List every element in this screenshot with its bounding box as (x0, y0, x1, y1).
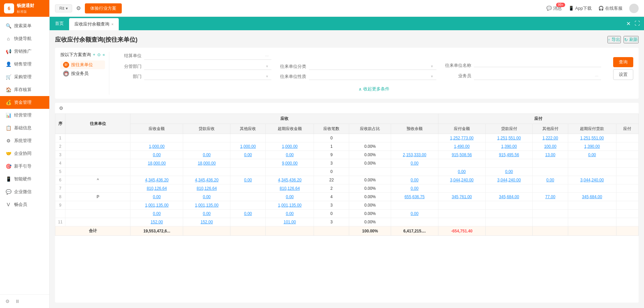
sidebar-item-cooperation[interactable]: 🤝企业协同 (0, 147, 49, 160)
dept-input[interactable]: ▼ (144, 73, 271, 80)
sidebar-item-inventory[interactable]: 🏠库存核算 (0, 83, 49, 96)
cell-recv_amount[interactable]: 18,000.00 (130, 159, 183, 168)
cell-pay_amount[interactable]: 0.00 (438, 168, 485, 176)
sidebar-item-system[interactable]: ⚙系统管理 (0, 134, 49, 147)
cell-prepay_balance[interactable]: 0.00 (391, 176, 438, 184)
cell-overdue_recv[interactable]: 0.00 (266, 193, 314, 201)
sidebar-item-member[interactable]: V畅会员 (0, 198, 49, 211)
cell-other_pay[interactable]: 13.00 (533, 151, 568, 159)
cell-prepay_balance[interactable]: 0.00 (391, 210, 438, 218)
cell-other_pay[interactable]: 0.00 (533, 176, 568, 184)
scheme-by-unit[interactable]: 财 按往来单位 (60, 60, 105, 69)
maximize-icon[interactable]: ⛶ (635, 20, 640, 27)
cell-other_recv[interactable]: 0.00 (230, 210, 266, 218)
cell-recv_amount[interactable]: 152.00 (130, 218, 183, 226)
unit-name-input[interactable] (474, 64, 601, 67)
cell-loan_recv[interactable]: 0.00 (183, 210, 230, 218)
cell-pay_amount[interactable]: 915,508.56 (438, 151, 485, 159)
cell-pay_amount[interactable]: 1,490.00 (438, 142, 485, 151)
cell-overdue_recv[interactable]: 0.00 (266, 151, 314, 159)
table-column-settings-icon[interactable]: ⚙ (59, 105, 63, 111)
message-btn[interactable]: 💬 消息 99+ (546, 5, 562, 11)
cell-pay_amount[interactable]: 3,044,240.00 (438, 176, 485, 184)
settings-icon[interactable]: ⚙ (5, 299, 10, 304)
cell-recv_amount[interactable]: 0.00 (130, 151, 183, 159)
cell-other_pay[interactable]: 100.00 (533, 142, 568, 151)
cell-prepay_balance[interactable]: 2,153,333.00 (391, 151, 438, 159)
settlement-unit-input[interactable]: ··· (144, 52, 271, 60)
settings-btn[interactable]: 设置 (613, 69, 633, 80)
sidebar-item-operation[interactable]: 📊经营管理 (0, 109, 49, 122)
trial-btn[interactable]: 体验行业方案 (85, 3, 122, 13)
sidebar-item-wechat[interactable]: 💬企业微信 (0, 185, 49, 198)
cell-loan_recv[interactable]: 4,345,436.20 (183, 176, 230, 184)
cell-recv_amount[interactable]: 810,126.64 (130, 184, 183, 193)
filter-settings-icon[interactable]: ⊙ (97, 52, 101, 57)
cell-overdue_pay[interactable]: 3,044,240.00 (568, 176, 616, 184)
cell-overdue_pay[interactable]: 0.00 (568, 151, 616, 159)
cell-overdue_pay[interactable]: 1,251,551.00 (568, 134, 616, 142)
sidebar-item-purchase[interactable]: 🛒采购管理 (0, 71, 49, 83)
cell-loan_recv[interactable]: 0.00 (183, 151, 230, 159)
sidebar-item-finance[interactable]: 💰资金管理 (0, 96, 49, 109)
cell-recv_amount[interactable]: 4,345,436.20 (130, 176, 183, 184)
cell-loan_pay[interactable]: 0.00 (485, 168, 533, 176)
cell-loan_recv[interactable]: 0.00 (183, 193, 230, 201)
cell-recv_amount[interactable]: 0.00 (130, 193, 183, 201)
cell-loan_recv[interactable]: 152.00 (183, 218, 230, 226)
collapse-icon[interactable]: ⏸ (15, 299, 20, 304)
cell-recv_amount[interactable]: 0.00 (130, 210, 183, 218)
cell-overdue_pay[interactable]: 1,390.00 (568, 142, 616, 151)
cell-prepay_balance[interactable]: 655,636.75 (391, 193, 438, 201)
online-service-btn[interactable]: 🎧 在线客服 (598, 5, 623, 11)
domain-selector[interactable]: Rit ▾ (55, 4, 72, 12)
cell-recv_amount[interactable]: 1,001,135.00 (130, 201, 183, 210)
cell-overdue_pay[interactable]: 345,684.00 (568, 193, 616, 201)
cell-loan_recv[interactable]: 18,000.00 (183, 159, 230, 168)
salesperson-input[interactable]: ··· (474, 72, 601, 80)
cell-loan_recv[interactable]: 1,001,135.00 (183, 201, 230, 210)
cell-loan_pay[interactable]: 3,044,240.00 (485, 176, 533, 184)
sidebar-item-marketing[interactable]: 📢营销推广 (0, 45, 49, 58)
sidebar-item-guide[interactable]: 🎯新手引导 (0, 160, 49, 173)
cell-prepay_balance[interactable]: 0.00 (391, 159, 438, 168)
refresh-btn[interactable]: ↻ 刷新 (624, 36, 639, 43)
cell-loan_pay[interactable]: 345,684.00 (485, 193, 533, 201)
sidebar-item-hardware[interactable]: 📱智能硬件 (0, 173, 49, 185)
app-download-btn[interactable]: 📱 App下载 (569, 5, 592, 11)
scheme-by-staff[interactable]: ⏰ 按业务员 (60, 69, 105, 78)
tab-active[interactable]: 应收应付余额查询 × (69, 18, 119, 30)
sidebar-item-search[interactable]: 🔍搜索菜单 (0, 19, 49, 32)
cell-other_pay[interactable]: 77.00 (533, 193, 568, 201)
sidebar-item-basic[interactable]: 📋基础信息 (0, 122, 49, 134)
add-filter-icon[interactable]: + (93, 52, 95, 57)
collapse-more-btn[interactable]: ∧ 收起更多条件 (115, 83, 633, 95)
cell-loan_pay[interactable]: 1,390.00 (485, 142, 533, 151)
collapse-filter-icon[interactable]: « (103, 52, 105, 57)
export-btn[interactable]: ↑ 导出 (607, 36, 621, 43)
cell-overdue_recv[interactable]: 1,000.00 (266, 142, 314, 151)
cell-pay_amount[interactable]: 1,252,773.00 (438, 134, 485, 142)
unit-category-input[interactable]: ▼ (309, 63, 436, 70)
cell-loan_pay[interactable]: 915,495.56 (485, 151, 533, 159)
cell-overdue_recv[interactable]: 9,000.00 (266, 159, 314, 168)
cell-overdue_recv[interactable]: 1,001,135.00 (266, 201, 314, 210)
cell-loan_recv[interactable]: 810,126.64 (183, 184, 230, 193)
cell-loan_pay[interactable]: 1,251,551.00 (485, 134, 533, 142)
cell-other_recv[interactable]: 0.00 (230, 151, 266, 159)
branch-dept-input[interactable]: ▼ (144, 63, 271, 70)
footer-recv-amount[interactable]: 19,553,472,6... (130, 226, 183, 236)
avatar[interactable] (629, 4, 639, 13)
sidebar-item-sales[interactable]: 👤销售管理 (0, 58, 49, 71)
cell-pay_amount[interactable]: 345,761.00 (438, 193, 485, 201)
topbar-settings-icon[interactable]: ⚙ (76, 5, 81, 11)
cell-overdue_recv[interactable]: 0.00 (266, 210, 314, 218)
unit-nature-input[interactable]: ▼ (309, 73, 436, 80)
minimize-icon[interactable]: ✕ (626, 20, 631, 27)
cell-prepay_balance[interactable]: 0.00 (391, 184, 438, 193)
cell-overdue_recv[interactable]: 4,345,436.20 (266, 176, 314, 184)
query-btn[interactable]: 查询 (613, 57, 633, 67)
cell-overdue_recv[interactable]: 810,126.64 (266, 184, 314, 193)
cell-recv_amount[interactable]: 1,000.00 (130, 142, 183, 151)
tab-close-icon[interactable]: × (111, 22, 113, 26)
